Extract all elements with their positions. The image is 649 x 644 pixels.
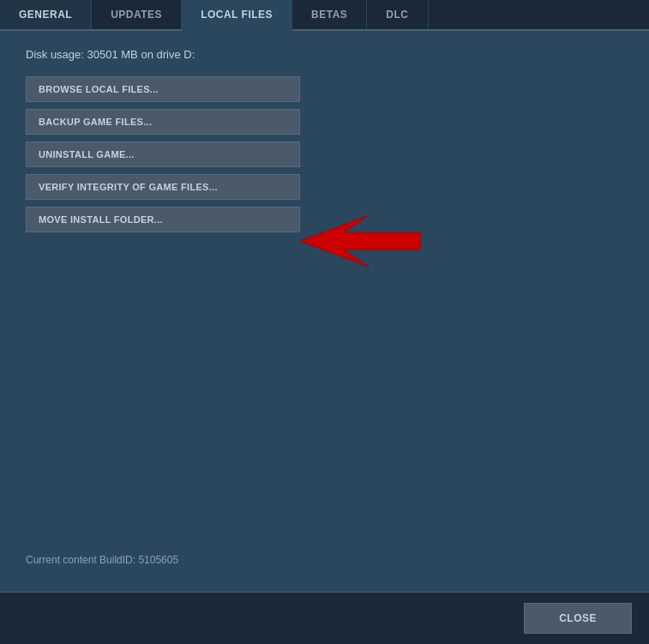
build-id-label: Current content BuildID: 5105605 <box>26 554 623 566</box>
red-arrow-icon <box>291 202 463 280</box>
bottom-bar: CLOSE <box>0 592 649 644</box>
tab-general[interactable]: GENERAL <box>0 0 92 29</box>
tab-betas[interactable]: BETAS <box>292 0 367 29</box>
disk-usage-label: Disk usage: 30501 MB on drive D: <box>26 48 623 61</box>
verify-integrity-button[interactable]: VERIFY INTEGRITY OF GAME FILES... <box>26 174 300 200</box>
main-content: Disk usage: 30501 MB on drive D: BROWSE … <box>0 31 649 592</box>
svg-marker-0 <box>300 215 420 267</box>
close-button[interactable]: CLOSE <box>524 603 632 634</box>
steam-properties-window: GENERAL UPDATES LOCAL FILES BETAS DLC Di… <box>0 0 649 644</box>
tab-bar: GENERAL UPDATES LOCAL FILES BETAS DLC <box>0 0 649 31</box>
browse-local-files-button[interactable]: BROWSE LOCAL FILES... <box>26 76 300 102</box>
action-buttons-section: BROWSE LOCAL FILES... BACKUP GAME FILES.… <box>26 76 300 232</box>
tab-updates[interactable]: UPDATES <box>92 0 182 29</box>
backup-game-files-button[interactable]: BACKUP GAME FILES... <box>26 109 300 135</box>
footer-area: Current content BuildID: 5105605 <box>26 554 623 575</box>
uninstall-game-button[interactable]: UNINSTALL GAME... <box>26 141 300 167</box>
arrow-annotation <box>291 202 463 288</box>
tab-dlc[interactable]: DLC <box>367 0 428 29</box>
move-install-folder-button[interactable]: MOVE INSTALL FOLDER... <box>26 207 300 232</box>
tab-local-files[interactable]: LOCAL FILES <box>182 0 292 31</box>
